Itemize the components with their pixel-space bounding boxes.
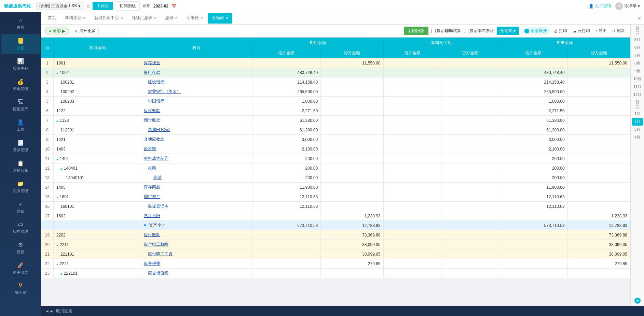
sidebar-item-home[interactable]: ⌂ 首页 — [1, 14, 40, 33]
expand-icon[interactable]: ▴ — [60, 167, 63, 170]
tab-home[interactable]: 首页 — [44, 13, 60, 24]
table-row[interactable]: 12▴ 140401材料200.00200.00 — [41, 163, 630, 173]
sidebar-item-tax[interactable]: 📁 税务管理 — [1, 177, 40, 197]
sidebar-item-close[interactable]: ✓ 结账 — [1, 198, 40, 217]
account-link[interactable]: 应付账款 — [144, 232, 160, 237]
sidebar-item-reports[interactable]: 📊 报表中心 — [1, 55, 40, 74]
sidebar-item-ledger[interactable]: 📒 总账 — [1, 34, 40, 54]
cell-name[interactable]: 原材料 — [141, 144, 252, 154]
table-row[interactable]: 16160101鼓提篮记本12,110.6312,110.63 — [41, 202, 630, 211]
cell-name[interactable]: 应付职工工资 — [141, 249, 252, 259]
cell-name[interactable]: 墨属EU公司 — [141, 125, 252, 135]
auxiliary-check[interactable] — [431, 29, 436, 33]
table-row[interactable]: 4100202农业银行（美金）265,590.00265,590.00 — [41, 87, 630, 97]
cell-name[interactable]: 其他应收款 — [141, 135, 252, 144]
account-link[interactable]: 其他应收款 — [144, 137, 164, 142]
expand-icon[interactable]: ▴ — [56, 157, 59, 161]
bottom-bar[interactable]: ◄◄ 取消固定 — [41, 306, 644, 316]
table-row[interactable]: 101403原材料2,100.002,100.00 — [41, 144, 630, 154]
cal-month-11-2022[interactable]: 11月 — [632, 83, 643, 90]
sidebar-item-payroll[interactable]: 👤 工资 — [1, 116, 40, 135]
sidebar-item-invoices[interactable]: 🧾 发票管理 — [1, 136, 40, 156]
close-smart-voucher[interactable]: ✕ — [120, 16, 123, 20]
account-link[interactable]: 原材料 — [144, 146, 156, 151]
cell-name[interactable]: 壹基 — [141, 173, 252, 183]
th-settings[interactable]: ⚙ — [41, 38, 54, 58]
expand-more-button[interactable]: ∨ 展开更多 — [72, 27, 99, 35]
account-link[interactable]: 墨属EU公司 — [148, 127, 170, 132]
cell-name[interactable]: 预付账款 — [141, 116, 252, 125]
return-old-version-button[interactable]: 返回旧版 — [404, 27, 428, 35]
cell-name[interactable]: 应付职工薪酬 — [141, 240, 252, 249]
close-voucher-summary[interactable]: ✕ — [154, 16, 156, 20]
table-row[interactable]: 20▴ 2211应付职工薪酬38,099.0538,099.05 — [41, 240, 630, 249]
account-link[interactable]: 应付职工薪酬 — [144, 242, 168, 247]
account-link[interactable]: 银行存款 — [144, 70, 160, 75]
cell-name[interactable]: 应付账款 — [141, 230, 252, 240]
cal-month-7-2022[interactable]: 7月 — [632, 52, 643, 59]
close-balance[interactable]: ✕ — [225, 16, 228, 20]
company-selector[interactable]: (勿删) 江西股金-LSS ▾ — [36, 2, 84, 10]
close-ledger[interactable]: ✕ — [175, 16, 178, 20]
user-menu[interactable]: 徐 徐泽华 ▾ — [615, 2, 640, 10]
table-row[interactable]: 11▴ 1404材料成本差异200.00200.00 — [41, 154, 630, 163]
cal-month-1-2023[interactable]: 1月 — [632, 110, 643, 118]
account-link[interactable]: 应付职工工资 — [148, 252, 173, 256]
table-row[interactable]: 23▴ 222101应交增值税 — [41, 269, 630, 278]
sidebar-item-assets[interactable]: 🏗 固定资产 — [1, 96, 40, 115]
account-link[interactable]: 中国银行 — [148, 99, 164, 103]
export-button[interactable]: ↑ 导出 — [594, 27, 608, 34]
table-row[interactable]: 21221101应付职工工资38,099.0538,099.05 — [41, 249, 630, 259]
show-ytd-checkbox[interactable]: 显示本年累计 — [464, 28, 494, 34]
account-link[interactable]: 农业银行（美金） — [148, 89, 181, 94]
cell-name[interactable]: 应收账款 — [141, 106, 252, 116]
tab-voucher-summary[interactable]: 凭证汇总表 ✕ — [128, 13, 161, 24]
table-row[interactable]: 61122应收账款2,271.502,271.50 — [41, 106, 630, 116]
copy-icon[interactable]: ⧉ — [87, 4, 90, 9]
table-row[interactable]: 22▴ 2221应交税费279.85279.85 — [41, 259, 630, 269]
cal-month-9-2022[interactable]: 9月 — [632, 67, 643, 75]
table-row[interactable]: 192202应付账款73,369.8873,369.88 — [41, 230, 630, 240]
tab-balance[interactable]: 余额表 ✕ — [208, 13, 232, 24]
sidebar-item-purchases[interactable]: 📋 进销台账 — [1, 157, 40, 176]
cal-month-5-2022[interactable]: 5月 — [632, 36, 643, 43]
cal-month-2-2023[interactable]: 2月 — [632, 118, 643, 126]
cell-name[interactable]: 材料 — [141, 163, 252, 173]
expand-icon[interactable]: ▴ — [56, 243, 59, 247]
table-row[interactable]: 15▴ 1601固定资产12,110.6312,110.63 — [41, 192, 630, 202]
tab-detail[interactable]: 明细账 ✕ — [182, 13, 207, 24]
cell-name[interactable]: 应交增值税 — [141, 269, 252, 278]
sidebar-item-settings[interactable]: ⚙ 设置 — [1, 238, 40, 258]
cal-month-10-2022[interactable]: 10月 — [632, 75, 643, 83]
cell-name[interactable]: 鼓提篮记本 — [141, 202, 252, 211]
tab-smart-voucher[interactable]: 智能凭证中心 ✕ — [90, 13, 127, 24]
sidebar-item-archive[interactable]: 🗂 归档管理 — [1, 218, 40, 238]
account-link[interactable]: 预付账款 — [144, 118, 160, 123]
account-link[interactable]: 应交税费 — [144, 261, 160, 266]
switch-version-button[interactable]: 切到旧版 — [116, 1, 140, 11]
cell-name[interactable]: 固定资产 — [141, 192, 252, 202]
cloud-print-button[interactable]: ☁ 云打印 — [571, 27, 591, 34]
workbench-button[interactable]: 工作台 — [93, 2, 113, 10]
cal-month-12-2022[interactable]: 12月 — [632, 91, 643, 98]
refresh-button[interactable]: ↺ 刷新 — [611, 27, 626, 34]
account-link[interactable]: 应收账款 — [144, 108, 160, 113]
sidebar-item-funds[interactable]: 💰 资金管理 — [1, 75, 40, 95]
close-new-voucher[interactable]: ✕ — [83, 16, 85, 20]
cal-month-4-2023[interactable]: 4月 — [632, 134, 643, 141]
table-row[interactable]: 1314040101壹基200.00200.00 — [41, 173, 630, 183]
account-link[interactable]: 应交增值税 — [148, 271, 168, 275]
account-link[interactable]: 库存现金 — [144, 60, 160, 65]
sidebar-item-guide[interactable]: 🚀 新手引导 — [1, 259, 40, 278]
table-row[interactable]: 171602累计折旧1,238.931,238.93 — [41, 211, 630, 221]
table-row[interactable]: 141405库存商品11,900.0011,900.00 — [41, 183, 630, 192]
calendar-icon[interactable]: 📅 — [171, 4, 176, 9]
account-link[interactable]: 鼓提篮记本 — [148, 204, 168, 209]
account-link[interactable]: 建设银行 — [148, 80, 164, 84]
cell-name[interactable]: 建设银行 — [141, 77, 252, 87]
tab-ledger[interactable]: 总账 ✕ — [161, 13, 182, 24]
filter-all-button[interactable]: ● 全部 ▶ — [45, 27, 69, 35]
expand-icon[interactable]: ▴ — [56, 119, 59, 123]
table-row[interactable]: 91221其他应收款3,000.003,000.00 — [41, 135, 630, 144]
cell-name[interactable]: 中国银行 — [141, 97, 252, 106]
